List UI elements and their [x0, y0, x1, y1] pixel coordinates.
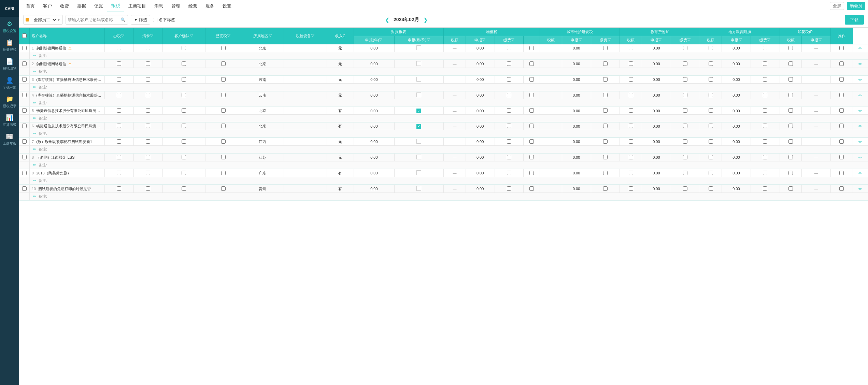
zengzhi-jf-cell[interactable] — [524, 169, 540, 177]
difang-sb-cell[interactable] — [751, 169, 780, 177]
chengshi-sb-cell[interactable] — [591, 75, 620, 84]
difang-sb-cell[interactable] — [751, 107, 780, 115]
operation-cell[interactable]: ✏ — [853, 107, 868, 115]
nav-industrial[interactable]: 工商项目 — [124, 0, 150, 12]
difang-jf-cell[interactable] — [780, 169, 802, 177]
zengzhi-sb-cell[interactable] — [495, 91, 524, 99]
jiaoyu-sb-cell[interactable] — [671, 153, 700, 161]
zengzhi-sb-cell[interactable] — [495, 75, 524, 84]
difang-sb-cell[interactable] — [751, 91, 780, 99]
nav-tax[interactable]: 报税 — [107, 0, 124, 12]
employee-select[interactable]: 全部员工 — [31, 15, 57, 24]
paid-cell[interactable] — [205, 169, 241, 177]
chaoshui-cell[interactable] — [105, 107, 134, 115]
jiaoyu-sb-cell[interactable] — [671, 122, 700, 130]
chaoshui-cell[interactable] — [105, 185, 134, 193]
nav-service[interactable]: 服务 — [201, 0, 218, 12]
zengzhi-sb-cell[interactable] — [495, 122, 524, 130]
row-checkbox[interactable] — [22, 108, 27, 113]
caibao-year-cell[interactable] — [394, 153, 444, 161]
jiaoyu-jf-cell[interactable] — [700, 138, 722, 146]
note-edit-icon[interactable]: ✏ — [33, 54, 36, 58]
sidebar-item-annual-report[interactable]: 📰 工商年报 — [0, 130, 19, 148]
nav-invoice[interactable]: 票据 — [73, 0, 90, 12]
nav-operation[interactable]: 经营 — [184, 0, 201, 12]
paid-cell[interactable] — [205, 122, 241, 130]
chaoshui-cell[interactable] — [105, 44, 134, 52]
confirm-cell[interactable] — [162, 153, 205, 161]
jiaoyu-sb-cell[interactable] — [671, 138, 700, 146]
difang-jf-cell[interactable] — [780, 91, 802, 99]
sidebar-item-batch-tax[interactable]: 📋 批量报税 — [0, 36, 19, 55]
row-checkbox-cell[interactable] — [19, 169, 30, 177]
chengshi-jf-cell[interactable] — [620, 185, 642, 193]
name-tag-checkbox[interactable] — [153, 18, 157, 22]
download-button[interactable]: 下载 — [845, 15, 864, 25]
jiaoyu-sb-cell[interactable] — [671, 169, 700, 177]
edit-icon[interactable]: ✏ — [858, 139, 862, 144]
caibao-year-cell[interactable] — [394, 185, 444, 193]
qingka-cell[interactable] — [133, 122, 162, 130]
nav-customer[interactable]: 客户 — [39, 0, 56, 12]
paid-cell[interactable] — [205, 138, 241, 146]
operation-cell[interactable]: ✏ — [853, 122, 868, 130]
jiaoyu-jf-cell[interactable] — [700, 75, 722, 84]
prev-month-button[interactable]: ❮ — [385, 17, 389, 23]
yinhua-sb-cell[interactable] — [831, 75, 853, 84]
chengshi-jf-cell[interactable] — [620, 91, 642, 99]
note-edit-icon[interactable]: ✏ — [33, 101, 36, 105]
confirm-cell[interactable] — [162, 138, 205, 146]
zengzhi-sb-cell[interactable] — [495, 153, 524, 161]
difang-jf-cell[interactable] — [780, 153, 802, 161]
edit-icon[interactable]: ✏ — [858, 61, 862, 67]
nav-message[interactable]: 消息 — [150, 0, 167, 12]
jiaoyu-jf-cell[interactable] — [700, 169, 722, 177]
nav-settings[interactable]: 设置 — [218, 0, 236, 12]
chengshi-jf-cell[interactable] — [620, 122, 642, 130]
row-checkbox[interactable] — [22, 46, 27, 50]
chengshi-sb-cell[interactable] — [591, 185, 620, 193]
zengzhi-sb-cell[interactable] — [495, 138, 524, 146]
qingka-cell[interactable] — [133, 91, 162, 99]
note-edit-icon[interactable]: ✏ — [33, 194, 36, 198]
chaoshui-cell[interactable] — [105, 153, 134, 161]
chengshi-jf-cell[interactable] — [620, 44, 642, 52]
operation-cell[interactable]: ✏ — [853, 138, 868, 146]
search-box[interactable]: 🔍 — [66, 15, 128, 25]
row-checkbox[interactable] — [22, 124, 27, 128]
difang-sb-cell[interactable] — [751, 44, 780, 52]
jiaoyu-jf-cell[interactable] — [700, 153, 722, 161]
note-edit-icon[interactable]: ✏ — [33, 69, 36, 73]
difang-jf-cell[interactable] — [780, 107, 802, 115]
nav-manage[interactable]: 管理 — [167, 0, 184, 12]
difang-jf-cell[interactable] — [780, 44, 802, 52]
yinhua-sb-cell[interactable] — [831, 107, 853, 115]
zengzhi-sb-cell[interactable] — [495, 185, 524, 193]
qingka-cell[interactable] — [133, 169, 162, 177]
chengshi-jf-cell[interactable] — [620, 153, 642, 161]
vip-button[interactable]: 畅会员 — [847, 2, 865, 10]
caibao-year-cell[interactable]: ✓ — [394, 107, 444, 115]
caibao-year-cell[interactable] — [394, 91, 444, 99]
row-checkbox-cell[interactable] — [19, 75, 30, 84]
row-checkbox-cell[interactable] — [19, 91, 30, 99]
sidebar-item-summary[interactable]: 📊 汇算清缴 — [0, 111, 19, 130]
row-checkbox[interactable] — [22, 139, 27, 144]
difang-sb-cell[interactable] — [751, 153, 780, 161]
row-checkbox-cell[interactable] — [19, 60, 30, 68]
jiaoyu-jf-cell[interactable] — [700, 185, 722, 193]
nav-home[interactable]: 首页 — [22, 0, 39, 12]
difang-jf-cell[interactable] — [780, 138, 802, 146]
chengshi-jf-cell[interactable] — [620, 60, 642, 68]
filter-button[interactable]: ▼ 筛选 — [131, 15, 150, 25]
note-edit-icon[interactable]: ✏ — [33, 179, 36, 183]
confirm-cell[interactable] — [162, 122, 205, 130]
edit-icon[interactable]: ✏ — [858, 124, 862, 129]
jiaoyu-jf-cell[interactable] — [700, 91, 722, 99]
difang-jf-cell[interactable] — [780, 60, 802, 68]
paid-cell[interactable] — [205, 75, 241, 84]
difang-jf-cell[interactable] — [780, 185, 802, 193]
nav-bookkeep[interactable]: 记账 — [90, 0, 107, 12]
row-checkbox[interactable] — [22, 155, 27, 159]
edit-icon[interactable]: ✏ — [858, 108, 862, 113]
